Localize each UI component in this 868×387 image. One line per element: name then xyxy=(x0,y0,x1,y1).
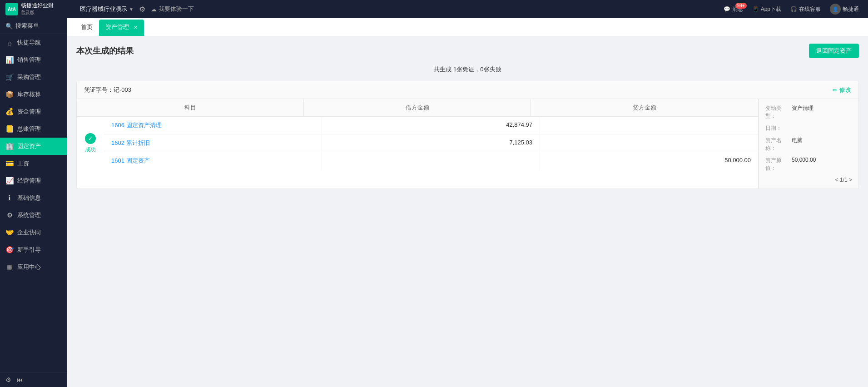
operations-icon: 📈 xyxy=(5,177,14,185)
info-icon: ℹ xyxy=(5,194,14,202)
prev-page-button[interactable]: < xyxy=(835,177,838,183)
asset-name-label: 资产名称： xyxy=(765,137,792,152)
download-icon: 📱 xyxy=(752,6,759,12)
page-content: 本次生成的结果 返回固定资产 共生成 1张凭证，0张失败 凭证字号：记-003 … xyxy=(67,36,868,387)
collapse-icon[interactable]: ⏮ xyxy=(17,376,23,383)
chevron-down-icon: ▼ xyxy=(129,7,134,12)
cell-subject-2: 1601 固定资产 xyxy=(104,152,322,169)
tab-bar: 首页 资产管理 ✕ xyxy=(67,18,868,36)
page-indicator: 1/1 xyxy=(840,177,849,183)
status-row: ✓ 成功 1606 固定资产清理 42,874.97 160 xyxy=(77,117,758,169)
system-icon: ⚙ xyxy=(5,211,14,219)
sidebar-footer: ⚙ ⏮ xyxy=(0,372,67,387)
app-download-button[interactable]: 📱 App下载 xyxy=(752,5,781,13)
side-info-panel: 变动类型： 资产清理 日期： 资产名称： 电脑 资产原值： xyxy=(759,99,858,189)
date-label: 日期： xyxy=(765,124,792,132)
experience-button[interactable]: ☁ 我要体验一下 xyxy=(151,5,194,13)
edit-icon: ✏ xyxy=(833,87,838,94)
capital-icon: 💰 xyxy=(5,108,14,116)
sidebar-item-guide[interactable]: 🎯 新手引导 xyxy=(0,241,67,258)
sidebar-item-label: 企业协同 xyxy=(17,228,41,237)
col-credit: 贷方金额 xyxy=(531,99,758,116)
asset-name-row: 资产名称： 电脑 xyxy=(765,137,852,152)
sidebar-item-purchase[interactable]: 🛒 采购管理 xyxy=(0,69,67,86)
experience-label: 我要体验一下 xyxy=(159,5,194,13)
sidebar-item-ledger[interactable]: 📒 总账管理 xyxy=(0,120,67,138)
content-area: 首页 资产管理 ✕ 本次生成的结果 返回固定资产 共生成 1张凭证，0张失败 凭… xyxy=(67,18,868,387)
cell-credit-1 xyxy=(540,134,758,152)
table-rows-area: 1606 固定资产清理 42,874.97 1602 累计折旧 7,125.03 xyxy=(104,117,758,169)
edit-label: 修改 xyxy=(839,86,851,94)
page-header: 本次生成的结果 返回固定资产 xyxy=(76,44,859,58)
sidebar-item-app-center[interactable]: ▦ 应用中心 xyxy=(0,258,67,276)
search-menu-button[interactable]: 🔍 搜索菜单 xyxy=(0,18,67,34)
company-selector[interactable]: 医疗器械行业演示 ▼ xyxy=(80,5,134,13)
sidebar-item-operations[interactable]: 📈 经营管理 xyxy=(0,172,67,189)
sidebar-item-label: 固定资产 xyxy=(17,142,41,150)
cell-credit-0 xyxy=(540,117,758,134)
status-area: ✓ 成功 xyxy=(77,129,104,158)
tab-close-icon[interactable]: ✕ xyxy=(134,25,138,30)
voucher-number: 凭证字号：记-003 xyxy=(84,86,131,94)
sidebar-item-cooperation[interactable]: 🤝 企业协同 xyxy=(0,224,67,241)
message-icon: 💬 xyxy=(724,6,730,12)
home-icon: ⌂ xyxy=(5,39,14,47)
app-download-label: App下载 xyxy=(761,5,781,13)
table-row: 1606 固定资产清理 42,874.97 xyxy=(104,117,758,134)
user-profile[interactable]: 👤 畅捷通 xyxy=(830,4,859,15)
app-center-icon: ▦ xyxy=(5,263,14,271)
sidebar-item-sales[interactable]: 📊 销售管理 xyxy=(0,51,67,69)
sidebar-item-system[interactable]: ⚙ 系统管理 xyxy=(0,207,67,224)
cloud-icon: ☁ xyxy=(151,6,157,13)
sidebar: 🔍 搜索菜单 ⌂ 快捷导航 📊 销售管理 🛒 采购管理 📦 库存核算 💰 资金管… xyxy=(0,18,67,387)
sidebar-item-label: 总账管理 xyxy=(17,125,41,133)
ledger-icon: 📒 xyxy=(5,125,14,133)
table-row: 1601 固定资产 50,000.00 xyxy=(104,152,758,169)
tab-asset-mgmt[interactable]: 资产管理 ✕ xyxy=(99,20,144,36)
service-icon: 🎧 xyxy=(790,6,797,12)
edit-button[interactable]: ✏ 修改 xyxy=(833,86,851,94)
top-header: AtA 畅捷通好业财 普及版 医疗器械行业演示 ▼ ⚙ ☁ 我要体验一下 💬 消… xyxy=(0,0,868,18)
tab-home-label: 首页 xyxy=(81,24,93,30)
gear-icon[interactable]: ⚙ xyxy=(139,5,145,14)
sidebar-item-label: 销售管理 xyxy=(17,56,41,64)
purchase-icon: 🛒 xyxy=(5,73,14,81)
sidebar-item-label: 基础信息 xyxy=(17,194,41,202)
messages-badge: 99+ xyxy=(735,3,747,9)
sidebar-item-fixed-assets[interactable]: 🏢 固定资产 xyxy=(0,138,67,155)
sidebar-item-label: 快捷导航 xyxy=(17,39,41,47)
tab-home[interactable]: 首页 xyxy=(74,20,99,36)
success-icon: ✓ xyxy=(85,133,96,144)
sidebar-item-label: 应用中心 xyxy=(17,263,41,271)
company-name: 医疗器械行业演示 xyxy=(80,5,127,13)
messages-button[interactable]: 💬 消息 99+ xyxy=(724,5,743,13)
cell-debit-2 xyxy=(322,152,540,169)
sidebar-item-label: 经营管理 xyxy=(17,177,41,185)
online-service-button[interactable]: 🎧 在线客服 xyxy=(790,5,821,13)
sidebar-item-basic-info[interactable]: ℹ 基础信息 xyxy=(0,189,67,207)
cell-subject-0: 1606 固定资产清理 xyxy=(104,117,322,134)
col-debit: 借方金额 xyxy=(304,99,531,116)
settings-icon[interactable]: ⚙ xyxy=(5,376,11,383)
search-menu-label: 搜索菜单 xyxy=(15,22,39,30)
header-right: 💬 消息 99+ 📱 App下载 🎧 在线客服 👤 畅捷通 xyxy=(724,4,863,15)
sidebar-item-label: 工资 xyxy=(17,159,29,168)
cooperation-icon: 🤝 xyxy=(5,228,14,237)
cell-credit-2: 50,000.00 xyxy=(540,152,758,169)
summary-text: 共生成 1张凭证，0张失败 xyxy=(76,65,859,74)
return-fixed-assets-button[interactable]: 返回固定资产 xyxy=(809,44,859,58)
sidebar-item-quick-nav[interactable]: ⌂ 快捷导航 xyxy=(0,34,67,51)
cell-debit-0: 42,874.97 xyxy=(322,117,540,134)
sidebar-item-payroll[interactable]: 💳 工资 xyxy=(0,155,67,172)
online-service-label: 在线客服 xyxy=(799,5,821,13)
voucher-header: 凭证字号：记-003 ✏ 修改 xyxy=(77,81,858,99)
cell-subject-1: 1602 累计折旧 xyxy=(104,134,322,152)
asset-name-value: 电脑 xyxy=(792,137,803,152)
voucher-card: 凭证字号：记-003 ✏ 修改 科目 借方金额 贷方金额 xyxy=(76,81,859,189)
next-page-button[interactable]: > xyxy=(849,177,852,183)
search-icon: 🔍 xyxy=(5,23,13,30)
original-value-row: 资产原值： 50,000.00 xyxy=(765,157,852,172)
sidebar-item-capital[interactable]: 💰 资金管理 xyxy=(0,103,67,120)
sidebar-item-inventory[interactable]: 📦 库存核算 xyxy=(0,86,67,103)
building-icon: 🏢 xyxy=(5,142,14,150)
